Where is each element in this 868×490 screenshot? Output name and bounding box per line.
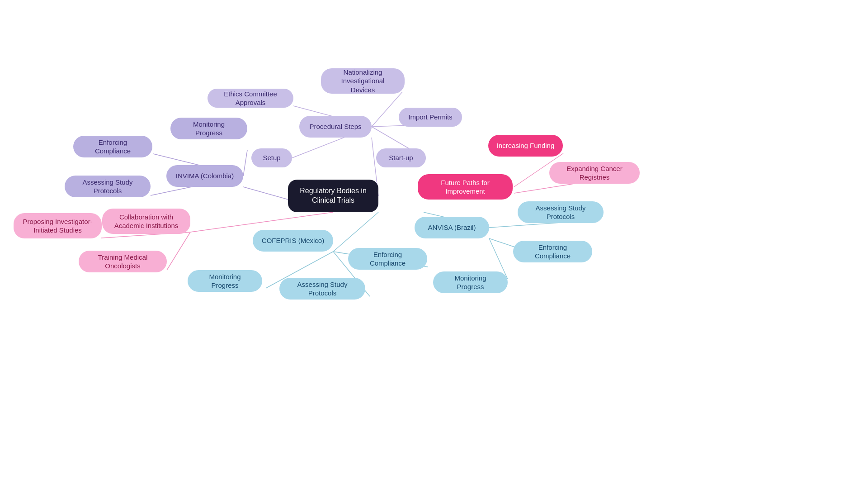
ethics-committee-node[interactable]: Ethics Committee Approvals bbox=[208, 89, 293, 108]
anvisa-node[interactable]: ANVISA (Brazil) bbox=[415, 217, 489, 238]
training-label: Training Medical Oncologists bbox=[87, 253, 159, 271]
training-node[interactable]: Training Medical Oncologists bbox=[79, 251, 167, 272]
enforcing-anvisa-node[interactable]: Enforcing Compliance bbox=[513, 241, 592, 262]
enforcing-invima-label: Enforcing Compliance bbox=[81, 138, 144, 156]
svg-line-7 bbox=[243, 150, 247, 176]
collab-academic-node[interactable]: Collaboration with Academic Institutions bbox=[102, 209, 190, 234]
assessing-cofepris-node[interactable]: Assessing Study Protocols bbox=[279, 278, 365, 300]
increasing-funding-label: Increasing Funding bbox=[497, 141, 555, 150]
import-permits-label: Import Permits bbox=[408, 113, 453, 122]
monitoring-invima-node[interactable]: Monitoring Progress bbox=[170, 118, 247, 139]
collab-academic-label: Collaboration with Academic Institutions bbox=[110, 213, 182, 230]
setup-node[interactable]: Setup bbox=[251, 148, 292, 167]
enforcing-cofepris-node[interactable]: Enforcing Compliance bbox=[348, 248, 427, 270]
proposing-node[interactable]: Proposing Investigator-Initiated Studies bbox=[14, 213, 102, 238]
startup-node[interactable]: Start-up bbox=[376, 148, 426, 167]
expanding-cancer-node[interactable]: Expanding Cancer Registries bbox=[549, 162, 640, 184]
monitoring-anvisa-label: Monitoring Progress bbox=[441, 274, 500, 291]
invima-node[interactable]: INVIMA (Colombia) bbox=[166, 165, 243, 187]
import-permits-node[interactable]: Import Permits bbox=[399, 108, 462, 127]
svg-line-17 bbox=[489, 223, 561, 228]
procedural-steps-label: Procedural Steps bbox=[309, 122, 361, 131]
nationalizing-label: Nationalizing Investigational Devices bbox=[329, 68, 396, 95]
ethics-committee-label: Ethics Committee Approvals bbox=[216, 90, 285, 107]
assessing-anvisa-label: Assessing Study Protocols bbox=[526, 204, 595, 221]
center-label: Regulatory Bodies in Clinical Trials bbox=[296, 186, 370, 205]
procedural-steps-node[interactable]: Procedural Steps bbox=[299, 116, 372, 138]
enforcing-invima-node[interactable]: Enforcing Compliance bbox=[73, 136, 152, 157]
monitoring-cofepris-node[interactable]: Monitoring Progress bbox=[188, 270, 262, 292]
assessing-invima-node[interactable]: Assessing Study Protocols bbox=[65, 176, 151, 197]
enforcing-anvisa-label: Enforcing Compliance bbox=[521, 243, 584, 261]
proposing-label: Proposing Investigator-Initiated Studies bbox=[22, 217, 94, 235]
cofepris-node[interactable]: COFEPRIS (Mexico) bbox=[253, 230, 333, 252]
expanding-cancer-label: Expanding Cancer Registries bbox=[557, 164, 632, 182]
enforcing-cofepris-label: Enforcing Compliance bbox=[356, 250, 419, 268]
assessing-anvisa-node[interactable]: Assessing Study Protocols bbox=[518, 201, 604, 223]
setup-label: Setup bbox=[263, 153, 280, 162]
startup-label: Start-up bbox=[389, 153, 413, 162]
monitoring-anvisa-node[interactable]: Monitoring Progress bbox=[433, 271, 508, 293]
anvisa-label: ANVISA (Brazil) bbox=[428, 223, 476, 232]
nationalizing-node[interactable]: Nationalizing Investigational Devices bbox=[321, 68, 405, 94]
increasing-funding-node[interactable]: Increasing Funding bbox=[488, 135, 563, 157]
cofepris-label: COFEPRIS (Mexico) bbox=[262, 236, 324, 245]
monitoring-invima-label: Monitoring Progress bbox=[179, 120, 239, 138]
future-paths-node[interactable]: Future Paths for Improvement bbox=[418, 174, 513, 200]
svg-line-10 bbox=[190, 212, 333, 232]
center-node[interactable]: Regulatory Bodies in Clinical Trials bbox=[288, 180, 378, 212]
svg-line-1 bbox=[372, 92, 402, 127]
svg-line-20 bbox=[333, 212, 378, 252]
svg-line-12 bbox=[167, 232, 190, 270]
invima-label: INVIMA (Colombia) bbox=[176, 171, 234, 181]
future-paths-label: Future Paths for Improvement bbox=[426, 178, 505, 196]
monitoring-cofepris-label: Monitoring Progress bbox=[196, 272, 254, 290]
assessing-cofepris-label: Assessing Study Protocols bbox=[288, 280, 357, 298]
assessing-invima-label: Assessing Study Protocols bbox=[73, 178, 142, 195]
